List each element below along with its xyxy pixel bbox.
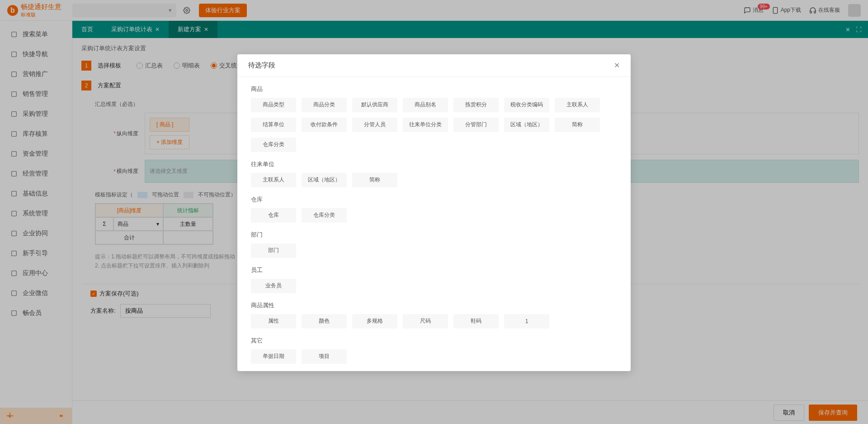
field-option[interactable]: 单据日期 (251, 349, 296, 364)
field-group-title: 其它 (251, 337, 617, 345)
field-option[interactable]: 区域（地区） (302, 173, 347, 187)
field-option[interactable]: 分管人员 (352, 118, 397, 132)
field-option[interactable]: 项目 (302, 349, 347, 364)
field-option[interactable]: 结算单位 (251, 118, 296, 132)
modal-title: 待选字段 (248, 61, 275, 70)
field-group-title: 商品 (251, 85, 617, 93)
field-group-title: 员工 (251, 266, 617, 274)
field-option[interactable]: 分管部门 (453, 118, 499, 132)
field-group-title: 部门 (251, 231, 617, 239)
field-option[interactable]: 属性 (251, 314, 296, 329)
field-option[interactable]: 鞋码 (453, 314, 499, 329)
field-option[interactable]: 尺码 (403, 314, 448, 329)
field-option[interactable]: 部门 (251, 243, 296, 258)
field-option[interactable]: 1 (504, 314, 549, 329)
field-option[interactable]: 颜色 (302, 314, 347, 329)
field-group-title: 仓库 (251, 195, 617, 204)
field-option[interactable]: 多规格 (352, 314, 397, 329)
field-option[interactable]: 简称 (555, 118, 600, 132)
field-option[interactable]: 拣货积分 (453, 98, 499, 112)
field-option[interactable]: 业务员 (251, 279, 296, 293)
field-option[interactable]: 主联系人 (251, 173, 296, 187)
field-group-1: 往来单位主联系人区域（地区）简称 (251, 160, 617, 187)
field-group-6: 其它单据日期项目 (251, 337, 617, 364)
modal-overlay[interactable]: 待选字段 ✕ 商品商品类型商品分类默认供应商商品别名拣货积分税收分类编码主联系人… (0, 0, 868, 424)
field-group-title: 商品属性 (251, 301, 617, 310)
modal-close-button[interactable]: ✕ (614, 61, 620, 70)
field-option[interactable]: 主联系人 (555, 98, 600, 112)
field-option[interactable]: 商品分类 (302, 98, 347, 112)
field-option[interactable]: 简称 (352, 173, 397, 187)
field-group-0: 商品商品类型商品分类默认供应商商品别名拣货积分税收分类编码主联系人结算单位收付款… (251, 85, 617, 152)
field-option[interactable]: 仓库 (251, 208, 296, 223)
field-group-4: 员工业务员 (251, 266, 617, 293)
field-group-3: 部门部门 (251, 231, 617, 258)
field-group-2: 仓库仓库仓库分类 (251, 195, 617, 223)
field-group-title: 往来单位 (251, 160, 617, 168)
field-option[interactable]: 商品类型 (251, 98, 296, 112)
field-option[interactable]: 收付款条件 (302, 118, 347, 132)
field-option[interactable]: 仓库分类 (302, 208, 347, 223)
field-option[interactable]: 税收分类编码 (504, 98, 549, 112)
field-option[interactable]: 仓库分类 (251, 138, 296, 152)
field-group-5: 商品属性属性颜色多规格尺码鞋码1 (251, 301, 617, 329)
field-option[interactable]: 默认供应商 (352, 98, 397, 112)
field-picker-modal: 待选字段 ✕ 商品商品类型商品分类默认供应商商品别名拣货积分税收分类编码主联系人… (237, 54, 631, 371)
field-option[interactable]: 区域（地区） (504, 118, 549, 132)
field-option[interactable]: 商品别名 (403, 98, 448, 112)
field-option[interactable]: 往来单位分类 (403, 118, 448, 132)
